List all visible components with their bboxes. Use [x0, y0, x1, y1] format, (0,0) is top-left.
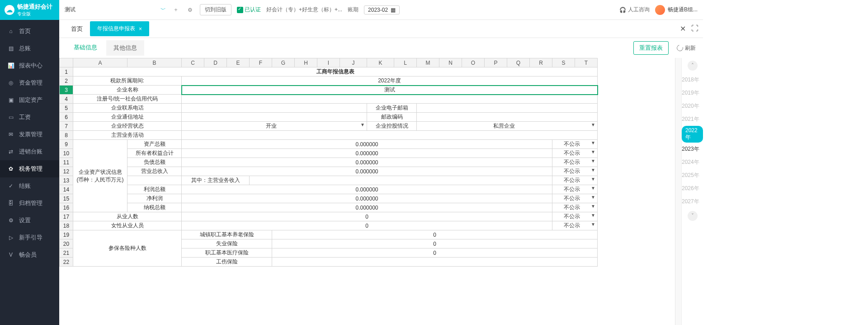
- input-cell[interactable]: 0.000000: [182, 203, 552, 212]
- input-cell[interactable]: 0: [272, 239, 598, 249]
- row-number[interactable]: 11: [60, 158, 73, 167]
- year-option[interactable]: 2025年: [682, 169, 703, 182]
- dropdown-cell[interactable]: 不公示▼: [552, 212, 598, 221]
- sidebar-item-ledger[interactable]: ▤总账: [0, 40, 59, 57]
- col-header[interactable]: D: [204, 58, 227, 67]
- dropdown-caret-icon[interactable]: ▼: [591, 222, 595, 227]
- col-header[interactable]: I: [317, 58, 340, 67]
- year-option[interactable]: 2021年: [682, 113, 703, 126]
- input-cell[interactable]: 0.000000: [182, 167, 552, 176]
- input-cell[interactable]: 0.000000: [182, 149, 552, 158]
- sidebar-item-salary[interactable]: ▭工资: [0, 109, 59, 126]
- input-cell[interactable]: 0.000000: [182, 194, 552, 203]
- col-header[interactable]: C: [182, 58, 204, 67]
- scrollbar[interactable]: [675, 58, 681, 325]
- dropdown-caret-icon[interactable]: ▼: [591, 195, 595, 200]
- subtab-other[interactable]: 其他信息: [106, 40, 144, 56]
- sidebar-item-guide[interactable]: ▷新手引导: [0, 229, 59, 246]
- col-header[interactable]: L: [394, 58, 417, 67]
- input-cell[interactable]: 0.000000: [182, 158, 552, 167]
- dropdown-cell[interactable]: 不公示▼: [552, 140, 598, 149]
- dropdown-caret-icon[interactable]: ▼: [591, 158, 595, 163]
- sidebar-item-asset[interactable]: ▣固定资产: [0, 91, 59, 109]
- year-down-icon[interactable]: ˅: [688, 211, 698, 221]
- period-selector[interactable]: 2023-02 ▦: [364, 5, 400, 14]
- col-header[interactable]: G: [272, 58, 295, 67]
- dropdown-caret-icon[interactable]: ▼: [591, 186, 595, 191]
- row-number[interactable]: 8: [60, 131, 73, 140]
- col-header[interactable]: F: [250, 58, 272, 67]
- row-number[interactable]: 14: [60, 185, 73, 194]
- subtab-basic[interactable]: 基础信息: [66, 40, 104, 56]
- col-header[interactable]: Q: [507, 58, 530, 67]
- row-number[interactable]: 18: [60, 221, 73, 230]
- tab-home[interactable]: 首页: [64, 21, 90, 37]
- year-option[interactable]: 2019年: [682, 86, 703, 100]
- sidebar-item-member[interactable]: V畅会员: [0, 246, 59, 263]
- row-number[interactable]: 4: [60, 95, 73, 104]
- row-number[interactable]: 13: [60, 176, 73, 185]
- row-number[interactable]: 20: [60, 239, 73, 249]
- input-cell[interactable]: [182, 131, 598, 140]
- row-number[interactable]: 19: [60, 230, 73, 239]
- row-number[interactable]: 21: [60, 249, 73, 258]
- dropdown-cell[interactable]: 开业▼: [182, 122, 367, 131]
- col-header[interactable]: J: [340, 58, 367, 67]
- chevron-down-icon[interactable]: ﹀: [160, 6, 166, 14]
- col-header[interactable]: E: [227, 58, 250, 67]
- row-number[interactable]: 10: [60, 149, 73, 158]
- row-number[interactable]: 15: [60, 194, 73, 203]
- input-cell[interactable]: 0.000000: [182, 185, 552, 194]
- col-header[interactable]: R: [530, 58, 552, 67]
- dropdown-cell[interactable]: 不公示▼: [552, 203, 598, 212]
- col-header[interactable]: M: [417, 58, 439, 67]
- row-number[interactable]: 9: [60, 140, 73, 149]
- dropdown-caret-icon[interactable]: ▼: [360, 122, 365, 127]
- switch-old-button[interactable]: 切到旧版: [200, 4, 231, 15]
- input-cell[interactable]: [182, 95, 598, 104]
- row-number[interactable]: 22: [60, 258, 73, 267]
- input-cell[interactable]: 0: [182, 221, 552, 230]
- close-icon[interactable]: ×: [139, 26, 142, 32]
- row-number[interactable]: 16: [60, 203, 73, 212]
- dropdown-caret-icon[interactable]: ▼: [591, 167, 595, 172]
- input-cell[interactable]: 0: [272, 230, 598, 239]
- user-menu[interactable]: 畅捷通B组...: [655, 5, 698, 15]
- dropdown-cell[interactable]: 不公示▼: [552, 176, 598, 185]
- brand-logo[interactable]: ☁ 畅捷通好会计 专业版: [0, 0, 59, 20]
- sidebar-item-fund[interactable]: ◎资金管理: [0, 74, 59, 91]
- fullscreen-icon[interactable]: ⛶: [691, 24, 698, 33]
- support-button[interactable]: 🎧 人工咨询: [619, 6, 650, 14]
- input-cell[interactable]: 0: [182, 212, 552, 221]
- col-header[interactable]: P: [485, 58, 507, 67]
- dropdown-cell[interactable]: 不公示▼: [552, 185, 598, 194]
- col-header[interactable]: O: [462, 58, 485, 67]
- input-cell[interactable]: [182, 113, 367, 122]
- dropdown-caret-icon[interactable]: ▼: [591, 177, 595, 182]
- input-cell[interactable]: 0: [272, 249, 598, 258]
- dropdown-caret-icon[interactable]: ▼: [591, 204, 595, 209]
- gear-icon[interactable]: ⚙: [186, 5, 194, 15]
- input-cell[interactable]: 0.000000: [182, 140, 552, 149]
- row-number[interactable]: 17: [60, 212, 73, 221]
- input-cell[interactable]: [417, 113, 598, 122]
- dropdown-cell[interactable]: 不公示▼: [552, 221, 598, 230]
- year-option[interactable]: 2022年: [682, 126, 703, 143]
- input-cell[interactable]: [417, 104, 598, 113]
- add-icon[interactable]: ＋: [171, 4, 180, 15]
- dropdown-cell[interactable]: 不公示▼: [552, 167, 598, 176]
- col-header[interactable]: A: [73, 58, 127, 67]
- row-number[interactable]: 12: [60, 167, 73, 176]
- col-header[interactable]: H: [295, 58, 317, 67]
- sidebar-item-archive[interactable]: 🗄归档管理: [0, 195, 59, 212]
- input-cell[interactable]: [250, 176, 552, 185]
- col-header[interactable]: S: [552, 58, 575, 67]
- reset-report-button[interactable]: 重置报表: [633, 41, 669, 55]
- sidebar-item-home[interactable]: ⌂首页: [0, 23, 59, 40]
- year-option[interactable]: 2027年: [682, 195, 703, 208]
- year-option[interactable]: 2026年: [682, 182, 703, 195]
- company-name-cell[interactable]: 测试: [182, 86, 598, 95]
- input-cell[interactable]: [272, 258, 598, 267]
- tab-annual-report[interactable]: 年报信息申报表 ×: [90, 21, 149, 36]
- company-selector[interactable]: 测试: [65, 6, 155, 14]
